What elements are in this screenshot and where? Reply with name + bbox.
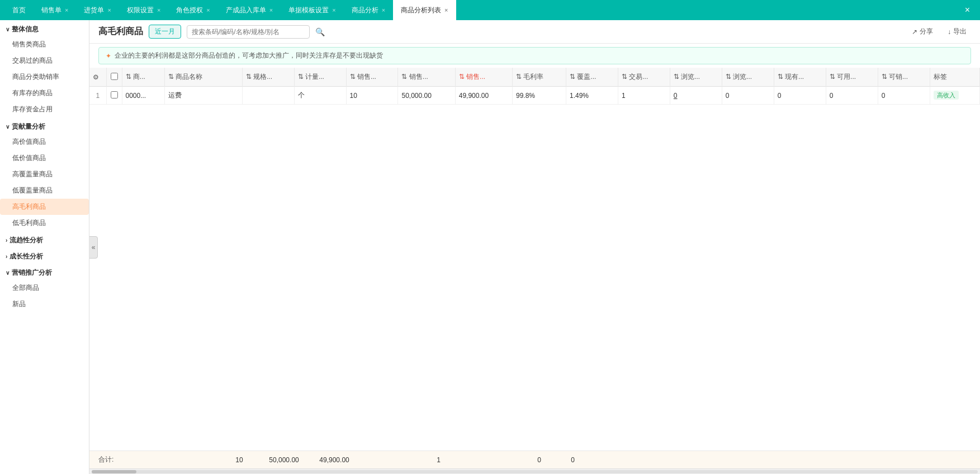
share-icon: ↗ xyxy=(912,28,917,36)
export-icon: ↓ xyxy=(948,28,951,36)
col-spec[interactable]: ⇅ 规格... xyxy=(242,68,294,87)
col-coverage-sort-icon: ⇅ xyxy=(570,73,575,81)
row-view1[interactable]: 0 xyxy=(670,87,722,105)
content-area: « 高毛利商品 近一月 🔍 ↗ 分享 ↓ 导出 ✦ 企业的主要的利润都是这部分商… xyxy=(89,20,980,474)
close-template-tab[interactable]: × xyxy=(332,7,335,13)
close-window-button[interactable]: × xyxy=(959,5,976,15)
nav-finished-goods[interactable]: 产成品入库单 × xyxy=(218,0,281,20)
close-product-analysis-list-tab[interactable]: × xyxy=(444,7,448,13)
close-sales-order-tab[interactable]: × xyxy=(65,7,68,13)
row-coverage: 1.49% xyxy=(566,87,618,105)
row-checkbox[interactable] xyxy=(111,91,118,98)
export-button[interactable]: ↓ 导出 xyxy=(943,25,971,39)
content-header: 高毛利商品 近一月 🔍 ↗ 分享 ↓ 导出 xyxy=(89,20,980,44)
row-index: 1 xyxy=(89,87,106,105)
footer-available: 0 xyxy=(566,456,600,464)
sidebar-item-new-products[interactable]: 新品 xyxy=(0,296,89,312)
close-purchase-order-tab[interactable]: × xyxy=(107,7,111,13)
sidebar-group-growth[interactable]: › 成长性分析 xyxy=(0,247,89,264)
search-input[interactable] xyxy=(187,25,310,39)
col-tag[interactable]: 标签 xyxy=(930,68,979,87)
view1-link[interactable]: 0 xyxy=(674,92,678,100)
nav-product-analysis[interactable]: 商品分析 × xyxy=(344,0,393,20)
footer-transaction: 1 xyxy=(432,456,466,464)
share-button[interactable]: ↗ 分享 xyxy=(907,25,938,39)
col-checkbox[interactable] xyxy=(106,68,122,87)
col-saleable-sort-icon: ⇅ xyxy=(882,73,887,81)
col-sales-profit[interactable]: ⇅ 销售... xyxy=(455,68,512,87)
col-view1[interactable]: ⇅ 浏览... xyxy=(670,68,722,87)
top-navigation: 首页 销售单 × 进货单 × 权限设置 × 角色授权 × 产成品入库单 × 单据… xyxy=(0,0,980,20)
close-permission-tab[interactable]: × xyxy=(157,7,160,13)
sidebar-item-high-coverage[interactable]: 高覆盖量商品 xyxy=(0,166,89,182)
nav-sales-order[interactable]: 销售单 × xyxy=(34,0,76,20)
sidebar-item-high-margin[interactable]: 高毛利商品 xyxy=(0,199,89,215)
col-spec-sort-icon: ⇅ xyxy=(246,73,252,81)
col-unit[interactable]: ⇅ 计量... xyxy=(294,68,346,87)
select-all-checkbox[interactable] xyxy=(111,73,118,80)
col-view2[interactable]: ⇅ 浏览... xyxy=(722,68,774,87)
nav-product-analysis-list[interactable]: 商品分析列表 × xyxy=(393,0,456,20)
page-title: 高毛利商品 xyxy=(98,26,143,37)
nav-permission-settings[interactable]: 权限设置 × xyxy=(119,0,168,20)
col-settings[interactable]: ⚙ xyxy=(89,68,106,87)
footer-sales-amount: 50,000.00 xyxy=(264,456,315,464)
row-transaction: 1 xyxy=(618,87,670,105)
row-available: 0 xyxy=(826,87,878,105)
expand-trend-icon: › xyxy=(6,237,7,243)
col-sales-qty[interactable]: ⇅ 销售... xyxy=(346,68,398,87)
sidebar-item-all-products[interactable]: 全部商品 xyxy=(0,280,89,296)
notice-icon: ✦ xyxy=(106,52,111,60)
sidebar: ∨ 整体信息 销售类商品 交易过的商品 商品分类助销率 有库存的商品 库存资金占… xyxy=(0,20,89,474)
sidebar-item-sales-products[interactable]: 销售类商品 xyxy=(0,36,89,53)
close-role-auth-tab[interactable]: × xyxy=(206,7,210,13)
col-code[interactable]: ⇅ 商... xyxy=(122,68,165,87)
col-transaction[interactable]: ⇅ 交易... xyxy=(618,68,670,87)
filter-period-button[interactable]: 近一月 xyxy=(149,25,181,39)
sidebar-item-stock-capital[interactable]: 库存资金占用 xyxy=(0,101,89,118)
sidebar-group-trend[interactable]: › 流趋性分析 xyxy=(0,231,89,247)
settings-icon: ⚙ xyxy=(93,73,99,81)
scrollbar-thumb[interactable] xyxy=(92,470,136,473)
col-code-sort-icon: ⇅ xyxy=(126,73,131,81)
sidebar-item-traded-products[interactable]: 交易过的商品 xyxy=(0,53,89,69)
expand-contribution-icon: ∨ xyxy=(6,124,10,130)
col-view2-sort-icon: ⇅ xyxy=(726,73,731,81)
product-table-container[interactable]: ⚙ ⇅ 商... ⇅ 商品名称 xyxy=(89,68,980,450)
sidebar-collapse-button[interactable]: « xyxy=(89,236,98,259)
sidebar-group-marketing[interactable]: ∨ 营销推广分析 xyxy=(0,264,89,280)
close-product-analysis-tab[interactable]: × xyxy=(382,7,385,13)
sidebar-group-contribution[interactable]: ∨ 贡献量分析 xyxy=(0,118,89,134)
nav-role-auth[interactable]: 角色授权 × xyxy=(168,0,217,20)
row-current-stock: 0 xyxy=(774,87,826,105)
row-checkbox-cell[interactable] xyxy=(106,87,122,105)
col-transaction-sort-icon: ⇅ xyxy=(622,73,627,81)
search-button[interactable]: 🔍 xyxy=(315,27,325,36)
col-available[interactable]: ⇅ 可用... xyxy=(826,68,878,87)
col-current-stock-sort-icon: ⇅ xyxy=(778,73,783,81)
nav-template-settings[interactable]: 单据模板设置 × xyxy=(281,0,343,20)
row-name: 运费 xyxy=(165,87,243,105)
sidebar-item-low-margin[interactable]: 低毛利商品 xyxy=(0,215,89,231)
sidebar-item-high-value[interactable]: 高价值商品 xyxy=(0,134,89,150)
nav-home[interactable]: 首页 xyxy=(4,0,34,20)
table-footer: 合计: 10 50,000.00 49,900.00 1 0 0 xyxy=(89,450,980,468)
footer-current-stock: 0 xyxy=(533,456,566,464)
col-sales-amount[interactable]: ⇅ 销售... xyxy=(398,68,455,87)
sidebar-item-low-value[interactable]: 低价值商品 xyxy=(0,150,89,166)
sidebar-item-low-coverage[interactable]: 低覆盖量商品 xyxy=(0,182,89,199)
horizontal-scrollbar[interactable] xyxy=(89,468,980,474)
close-finished-goods-tab[interactable]: × xyxy=(269,7,273,13)
sidebar-item-in-stock[interactable]: 有库存的商品 xyxy=(0,85,89,101)
col-coverage[interactable]: ⇅ 覆盖... xyxy=(566,68,618,87)
row-sales-profit: 49,900.00 xyxy=(455,87,512,105)
col-current-stock[interactable]: ⇅ 现有... xyxy=(774,68,826,87)
col-saleable[interactable]: ⇅ 可销... xyxy=(878,68,930,87)
sidebar-group-overall[interactable]: ∨ 整体信息 xyxy=(0,20,89,36)
col-name[interactable]: ⇅ 商品名称 xyxy=(165,68,243,87)
scrollbar-track[interactable] xyxy=(92,470,978,473)
col-gross-margin[interactable]: ⇅ 毛利率 xyxy=(512,68,566,87)
nav-purchase-order[interactable]: 进货单 × xyxy=(76,0,119,20)
sidebar-item-category-sale-rate[interactable]: 商品分类助销率 xyxy=(0,69,89,85)
footer-sales-qty: 10 xyxy=(231,456,264,464)
